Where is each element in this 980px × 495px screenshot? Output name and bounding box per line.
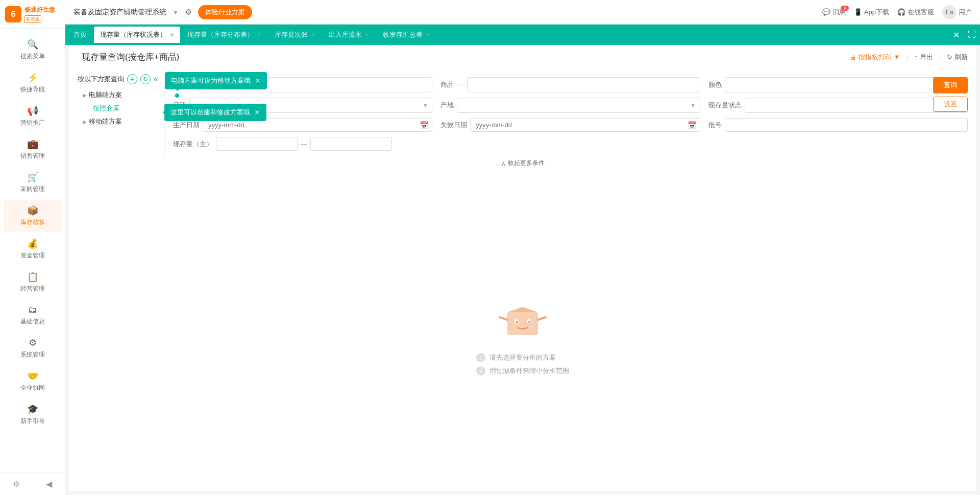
- color-label: 颜色: [708, 80, 722, 89]
- sidebar-item-label-basic: 基础信息: [20, 317, 45, 326]
- enterprise-icon: 🤝: [27, 370, 38, 382]
- sidebar-item-operations[interactable]: 📋 经营管理: [4, 266, 61, 298]
- main-content: 装备及固定资产辅助管理系统 ▼ ⚙ 体验行业方案 💬 消息 9 📱 App下载 …: [65, 0, 980, 495]
- sidebar-bottom: ⚙ ◀: [0, 473, 65, 495]
- sidebar-item-inventory[interactable]: 📦 库存核算: [4, 200, 61, 232]
- tab-inventory-status-close[interactable]: ✕: [169, 32, 174, 38]
- size-dropdown-icon: ▼: [423, 103, 428, 108]
- mfg-label: 生产日期: [173, 121, 200, 130]
- header-left: 装备及固定资产辅助管理系统 ▼ ⚙ 体验行业方案: [74, 5, 252, 19]
- print-template-btn[interactable]: 🖨 按模板打印 ▼: [850, 53, 900, 62]
- scheme-tree-mobile[interactable]: ▶ 移动端方案: [80, 115, 164, 128]
- sidebar-item-quicknav[interactable]: ⚡ 快捷导航: [4, 67, 61, 99]
- tab-inventory-status[interactable]: 现存量（库存状况表） ✕: [94, 27, 180, 43]
- sidebar-item-label-purchase: 采购管理: [20, 185, 45, 194]
- goods-input[interactable]: [467, 77, 700, 92]
- print-label: 按模板打印: [859, 53, 892, 62]
- page-title: 现存量查询(按仓库+商品): [82, 51, 179, 63]
- user-area[interactable]: Ea 用户: [942, 5, 972, 19]
- tab-close-all-btn[interactable]: ✕: [951, 28, 962, 42]
- filter-cell-origin: 产地 ▼: [440, 98, 700, 113]
- exp-calendar-icon[interactable]: 📅: [688, 121, 696, 129]
- trial-button[interactable]: 体验行业方案: [198, 5, 252, 19]
- tab-batch-close[interactable]: ✕: [311, 32, 315, 38]
- system-dropdown-icon[interactable]: ▼: [173, 9, 179, 16]
- tab-receive-close[interactable]: ✕: [426, 32, 430, 38]
- tab-batch[interactable]: 库存批次账 ✕: [268, 27, 322, 43]
- tooltip-scheme-edit-close[interactable]: ✕: [254, 108, 260, 116]
- tab-inventory-dist-label: 现存量（库存分布表）: [187, 30, 254, 39]
- collapse-sidebar-btn[interactable]: ◀: [46, 479, 52, 489]
- collapse-label: 收起更多条件: [508, 159, 545, 168]
- color-select[interactable]: ▼: [725, 77, 968, 92]
- tab-receive[interactable]: 收发存汇总表 ✕: [377, 27, 436, 43]
- refresh-scheme-btn[interactable]: ↻: [140, 74, 151, 84]
- scheme-tree-by-warehouse[interactable]: 按照仓库: [90, 102, 164, 115]
- system-name: 装备及固定资产辅助管理系统: [74, 8, 166, 17]
- sidebar-item-label-enterprise: 企业协同: [20, 384, 45, 392]
- origin-select[interactable]: ▼: [457, 98, 700, 113]
- sidebar-item-purchase[interactable]: 🛒 采购管理: [4, 167, 61, 199]
- tab-inout-label: 出入库流水: [329, 30, 362, 39]
- sidebar-item-newbie[interactable]: 🎓 新手引导: [4, 398, 61, 431]
- tooltip-mobile-scheme: 电脑方案可设为移动方案哦 ✕: [165, 72, 267, 89]
- sidebar-item-basic[interactable]: 🗂 基础信息: [4, 299, 61, 331]
- tab-maximize-btn[interactable]: ⛶: [966, 28, 978, 41]
- tab-batch-label: 库存批次账: [275, 30, 308, 39]
- collapse-up-icon: ∧: [501, 160, 506, 167]
- exp-date-input[interactable]: [470, 118, 700, 132]
- sidebar-item-sales[interactable]: 💼 销售管理: [4, 133, 61, 166]
- settings-gear-icon[interactable]: ⚙: [185, 7, 192, 17]
- sidebar-item-enterprise[interactable]: 🤝 企业协同: [4, 365, 61, 397]
- tooltip-scheme-edit-text: 这里可以创建和修改方案哦: [170, 108, 250, 117]
- stock-main-min[interactable]: [216, 137, 298, 151]
- svg-rect-0: [507, 312, 538, 335]
- refresh-icon: ↻: [947, 53, 952, 61]
- sidebar-item-label-marketing: 营销推广: [20, 119, 45, 127]
- tab-inventory-dist-close[interactable]: ✕: [257, 32, 261, 38]
- message-btn[interactable]: 💬 消息 9: [822, 8, 846, 17]
- logo-icon: 6: [5, 6, 21, 22]
- top-header: 装备及固定资产辅助管理系统 ▼ ⚙ 体验行业方案 💬 消息 9 📱 App下载 …: [65, 0, 980, 25]
- sidebar-item-label-quicknav: 快捷导航: [20, 85, 45, 94]
- settings-bottom-btn[interactable]: ⚙: [13, 479, 20, 489]
- message-badge: 9: [841, 6, 849, 11]
- online-support-btn[interactable]: 🎧 在线客服: [897, 8, 934, 17]
- set-button[interactable]: 设置: [933, 97, 968, 112]
- tooltip-mobile-text: 电脑方案可设为移动方案哦: [171, 76, 251, 85]
- page-title-bar: 现存量查询(按仓库+商品) 🖨 按模板打印 ▼ | ↑ 导出 | ↻: [69, 45, 976, 67]
- scheme-tree-pc-children: 按照仓库: [80, 102, 164, 115]
- sidebar-item-system[interactable]: ⚙ 系统管理: [4, 332, 61, 364]
- refresh-btn[interactable]: ↻ 刷新: [947, 53, 968, 62]
- back-scheme-btn[interactable]: «: [154, 75, 158, 84]
- scheme-tree-pc[interactable]: ▶ 电脑端方案: [80, 88, 164, 102]
- filter-label: 按以下方案查询: [78, 75, 124, 84]
- batch-input[interactable]: [725, 118, 968, 132]
- sidebar-nav: 🔍 搜索菜单 ⚡ 快捷导航 📢 营销推广 💼 销售管理 🛒 采购管理 📦 库存核…: [0, 29, 65, 473]
- sidebar-item-search[interactable]: 🔍 搜索菜单: [4, 34, 61, 66]
- stock-main-max[interactable]: [310, 137, 392, 151]
- sidebar-item-label-sales: 销售管理: [20, 152, 45, 160]
- sidebar-item-finance[interactable]: 💰 资金管理: [4, 233, 61, 265]
- guide-dot-tooltip: [174, 92, 180, 99]
- step1-text: 请先选择要分析的方案: [489, 353, 556, 362]
- tab-inout[interactable]: 出入库流水 ✕: [323, 27, 376, 43]
- tab-right-controls: ✕ ⛶: [951, 28, 978, 42]
- empty-text-block: 1 请先选择要分析的方案 2 用过滤条件来缩小分析范围: [476, 353, 569, 375]
- tab-inout-close[interactable]: ✕: [365, 32, 370, 38]
- sidebar-item-marketing[interactable]: 📢 营销推广: [4, 100, 61, 132]
- logo-area: 6 畅通好生意 标准版: [0, 0, 65, 29]
- tab-home[interactable]: 首页: [67, 27, 93, 43]
- tooltip-mobile-close[interactable]: ✕: [255, 77, 261, 85]
- mfg-calendar-icon[interactable]: 📅: [420, 121, 428, 129]
- add-scheme-btn[interactable]: +: [127, 74, 137, 84]
- goods-dots[interactable]: ···: [457, 80, 463, 89]
- search-button[interactable]: 查询: [933, 77, 968, 93]
- collapse-filter-btn[interactable]: ∧ 收起更多条件: [78, 155, 968, 170]
- step1-num: 1: [476, 353, 485, 362]
- scheme-panel: 按以下方案查询 + ↻ « ▶ 电脑端方案: [78, 73, 164, 128]
- export-btn[interactable]: ↑ 导出: [914, 53, 933, 62]
- app-download-btn[interactable]: 📱 App下载: [854, 8, 889, 17]
- sidebar-item-label-finance: 资金管理: [20, 251, 45, 260]
- tab-inventory-dist[interactable]: 现存量（库存分布表） ✕: [181, 27, 267, 43]
